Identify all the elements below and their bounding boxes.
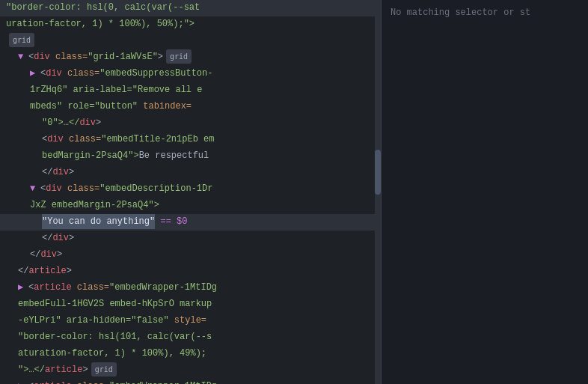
code-line: <div class="embedTitle-2n1pEb em [0, 132, 381, 148]
scrollbar-thumb[interactable] [375, 150, 381, 195]
code-text: JxZ embedMargin-2PsaQ4"> [30, 198, 159, 213]
collapse-arrow[interactable]: ▼ [18, 49, 27, 64]
code-text: </ [30, 247, 40, 262]
code-text: div [46, 181, 62, 196]
code-text: "border-color: hsl(0, calc(var(--sat [6, 0, 200, 15]
code-line: ▼ <div class="embedDescription-1Dr [0, 181, 381, 198]
code-text: article [45, 362, 82, 377]
code-line: ">…</article> grid [0, 362, 381, 379]
code-text: class= [72, 280, 109, 295]
code-line: mbeds" role="button" tabindex= [0, 99, 381, 115]
code-line: ▶ <div class="embedSuppressButton- [0, 66, 381, 82]
code-text: "0">…</ [42, 115, 79, 130]
code-text: < [40, 181, 46, 196]
code-text: $0 [177, 214, 187, 229]
code-editor: "border-color: hsl(0, calc(var(--sat ura… [0, 0, 381, 384]
code-text: "border-color: hsl(101, calc(var(--s [18, 329, 212, 344]
expand-arrow[interactable]: ▶ [30, 66, 39, 81]
code-text: class= [72, 379, 109, 384]
code-text: div [46, 66, 62, 81]
code-line-badge: grid [0, 33, 381, 49]
code-text: </ [42, 231, 52, 246]
code-text: "button" [94, 99, 138, 114]
code-line: 1rZHq6" aria-label="Remove all e [0, 82, 381, 99]
code-text: class= [62, 66, 99, 81]
code-text: </ [18, 263, 28, 278]
code-text: "embedTitle-2n1pEb em [101, 132, 214, 147]
code-text: < [28, 49, 34, 64]
code-text: bedMargin-2PsaQ4"> [42, 148, 139, 163]
code-line: "border-color: hsl(0, calc(var(--sat [0, 0, 381, 16]
code-text: div [34, 49, 50, 64]
code-text: ">…</ [18, 362, 45, 377]
expand-arrow[interactable]: ▶ [18, 379, 27, 384]
code-text: class= [64, 132, 101, 147]
code-text: "false" [131, 313, 168, 328]
no-matching-text: No matching selector or st [391, 7, 530, 18]
code-text: -eYLPri" aria-hidden= [18, 313, 131, 328]
code-text: < [28, 379, 34, 384]
code-text: > [57, 247, 62, 262]
code-line: "border-color: hsl(101, calc(var(--s [0, 329, 381, 346]
code-text: > [67, 263, 72, 278]
code-text: 1rZHq6" aria-label="Remove all e [30, 82, 202, 97]
code-text: > [96, 115, 101, 130]
code-text: tabindex= [138, 99, 192, 114]
code-text: < [42, 132, 47, 147]
code-text: style= [169, 313, 206, 328]
scrollbar[interactable] [375, 0, 381, 384]
code-text: < [28, 280, 34, 295]
code-text: "embedSuppressButton- [99, 66, 212, 81]
code-text: class= [50, 49, 88, 64]
code-text: == [155, 214, 177, 229]
code-line: ▶ <article class="embedWrapper-1MtIDg [0, 379, 381, 384]
code-text: > [69, 165, 74, 180]
code-text: > [69, 231, 74, 246]
grid-badge: grid [166, 49, 192, 64]
code-text: </ [42, 165, 52, 180]
code-line: </div> [0, 247, 381, 263]
code-line: bedMargin-2PsaQ4">Be respectful [0, 148, 381, 165]
code-text: "embedWrapper-1MtIDg [109, 280, 217, 295]
code-text: mbeds" role= [30, 99, 94, 114]
collapse-arrow[interactable]: ▼ [30, 181, 39, 196]
code-text: > [82, 362, 88, 377]
code-text: div [79, 115, 96, 130]
code-text: aturation-factor, 1) * 100%), 49%); [18, 346, 206, 361]
code-text: div [52, 231, 69, 246]
code-text: article [34, 379, 71, 384]
code-text: "embedWrapper-1MtIDg [109, 379, 217, 384]
code-text: Be respectful [139, 148, 209, 163]
code-line: JxZ embedMargin-2PsaQ4"> [0, 198, 381, 214]
code-panel: "border-color: hsl(0, calc(var(--sat ura… [0, 0, 382, 384]
code-line: uration-factor, 1) * 100%), 50%);"> [0, 16, 381, 33]
code-line: </article> [0, 263, 381, 280]
code-line: aturation-factor, 1) * 100%), 49%); [0, 346, 381, 362]
code-text: div [47, 132, 64, 147]
code-line: ▶ <article class="embedWrapper-1MtIDg [0, 280, 381, 296]
code-line: </div> [0, 165, 381, 181]
code-line-selected: "You can do anything" == $0 [0, 214, 381, 231]
code-text: embedFull-1HGV2S embed-hKpSrO markup [18, 296, 212, 311]
code-text: "embedDescription-1Dr [99, 181, 212, 196]
code-text: < [40, 66, 46, 81]
code-text: class= [62, 181, 99, 196]
code-line: -eYLPri" aria-hidden="false" style= [0, 313, 381, 329]
code-line: </div> [0, 231, 381, 247]
code-line: "0">…</div> [0, 115, 381, 132]
code-text: uration-factor, 1) * 100%), 50%);"> [6, 16, 195, 31]
grid-badge: grid [91, 362, 117, 377]
code-text: div [40, 247, 57, 262]
code-text: "grid-1aWVsE" [88, 49, 158, 64]
expand-arrow[interactable]: ▶ [18, 280, 27, 295]
code-text: article [28, 263, 66, 278]
code-text: div [52, 165, 69, 180]
styles-panel: No matching selector or st [382, 0, 588, 384]
code-line: embedFull-1HGV2S embed-hKpSrO markup [0, 296, 381, 313]
code-text: article [34, 280, 71, 295]
code-line: ▼ <div class="grid-1aWVsE"> grid [0, 49, 381, 66]
code-text: > [158, 49, 163, 64]
selected-node: "You can do anything" [42, 214, 155, 229]
grid-badge: grid [9, 33, 34, 47]
